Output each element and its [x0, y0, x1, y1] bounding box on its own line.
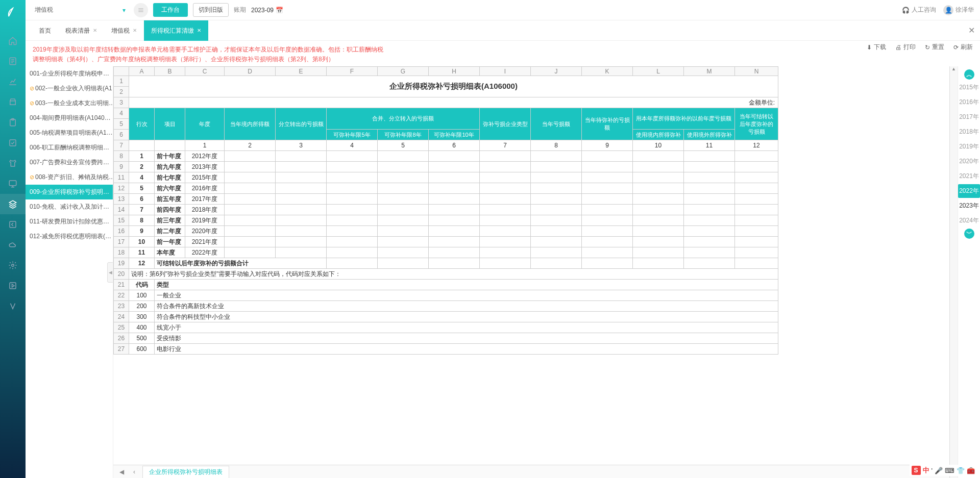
year-2021年[interactable]: 2021年: [959, 169, 979, 183]
period-picker[interactable]: 2023-09 📅: [251, 7, 283, 14]
nav-wallet-icon[interactable]: [0, 92, 26, 112]
tree-item-0[interactable]: 001-企业所得税年度纳税申…: [26, 66, 113, 81]
tree-item-label: 010-免税、减计收入及加计…: [30, 203, 109, 211]
close-icon[interactable]: ✕: [133, 20, 137, 41]
year-up-button[interactable]: ︽: [964, 69, 974, 80]
tree-item-label: 008-资产折旧、摊销及纳税…: [35, 173, 113, 182]
tree-item-label: 011-研发费用加计扣除优惠…: [30, 217, 109, 226]
year-2015年[interactable]: 2015年: [959, 81, 979, 94]
year-2023年[interactable]: 2023年: [959, 199, 979, 213]
nav-stack-icon[interactable]: [0, 194, 26, 214]
tree-item-label: 007-广告费和业务宣传费跨…: [30, 158, 109, 167]
sheet-tab[interactable]: 企业所得税弥补亏损明细表: [142, 466, 229, 478]
ime-keyboard-icon[interactable]: ⌨: [945, 467, 954, 474]
print-icon: 🖨: [895, 44, 901, 51]
year-2018年[interactable]: 2018年: [959, 125, 979, 139]
tree-item-3[interactable]: 004-期间费用明细表(A1040…: [26, 111, 113, 125]
horizontal-scrollbar[interactable]: [634, 469, 945, 476]
warn-icon: ⊘: [30, 100, 34, 107]
nav-chart-icon[interactable]: [0, 71, 26, 92]
tree-item-4[interactable]: 005-纳税调整项目明细表(A1…: [26, 125, 113, 140]
tree-item-6[interactable]: 007-广告费和业务宣传费跨…: [26, 155, 113, 170]
ime-mic-icon[interactable]: 🎤: [935, 467, 943, 474]
ime-bar: S 中 ' 🎤 ⌨ 👕 🧰: [910, 465, 977, 476]
year-2022年[interactable]: 2022年: [958, 184, 980, 198]
sheet-footer: ◀ ‹ 企业所得税弥补亏损明细表: [113, 465, 949, 478]
close-all-tabs-button[interactable]: ✕: [968, 26, 975, 35]
tree-item-label: 002-一般企业收入明细表(A1…: [35, 84, 113, 93]
sheet-nav-prev[interactable]: ‹: [131, 468, 137, 475]
tab-0[interactable]: 首页: [32, 20, 58, 41]
download-button[interactable]: ⬇下载: [867, 43, 886, 52]
sidebar-nav: [0, 0, 26, 478]
year-2024年[interactable]: 2024年: [959, 214, 979, 228]
svg-rect-5: [10, 221, 16, 228]
year-2019年[interactable]: 2019年: [959, 140, 979, 154]
year-2020年[interactable]: 2020年: [959, 155, 979, 168]
tree-item-5[interactable]: 006-职工薪酬纳税调整明细…: [26, 140, 113, 155]
refresh-button[interactable]: ⟳刷新: [953, 43, 973, 52]
nav-play-icon[interactable]: [0, 275, 26, 296]
tree-item-8[interactable]: 009-企业所得税弥补亏损明…: [26, 185, 113, 199]
vertical-scroll-strip: ▲ ▶: [949, 66, 958, 478]
tree-item-10[interactable]: 011-研发费用加计扣除优惠…: [26, 214, 113, 229]
svg-point-6: [12, 264, 14, 267]
year-down-button[interactable]: ︾: [964, 229, 974, 239]
close-icon[interactable]: ✕: [197, 20, 201, 41]
ime-toolbox-icon[interactable]: 🧰: [967, 467, 975, 474]
tab-3[interactable]: 所得税汇算清缴✕: [144, 20, 208, 41]
nav-v-icon[interactable]: [0, 296, 26, 316]
ime-lang[interactable]: 中: [923, 466, 929, 475]
tab-2[interactable]: 增值税✕: [104, 20, 144, 41]
nav-cloud-icon[interactable]: [0, 235, 26, 255]
tree-item-label: 004-期间费用明细表(A1040…: [30, 114, 111, 122]
nav-back-icon[interactable]: [0, 214, 26, 235]
svg-rect-4: [9, 181, 16, 186]
tree-item-11[interactable]: 012-减免所得税优惠明细表(…: [26, 229, 113, 244]
tree-item-1[interactable]: ⊘002-一般企业收入明细表(A1…: [26, 81, 113, 96]
ime-s-icon[interactable]: S: [912, 466, 921, 475]
user-menu[interactable]: 👤 徐泽华: [943, 5, 974, 15]
spreadsheet: ABCDEFGHIJKLMN1企业所得税弥补亏损明细表(A106000)23金额…: [113, 66, 949, 478]
nav-tshirt-icon[interactable]: [0, 153, 26, 173]
year-2017年[interactable]: 2017年: [959, 110, 979, 124]
close-icon[interactable]: ✕: [93, 20, 97, 41]
nav-home-icon[interactable]: [0, 31, 26, 51]
tab-label: 税表清册: [65, 20, 90, 41]
tree-item-7[interactable]: ⊘008-资产折旧、摊销及纳税…: [26, 170, 113, 185]
year-2016年[interactable]: 2016年: [959, 95, 979, 109]
print-button[interactable]: 🖨打印: [895, 43, 916, 52]
hamburger-button[interactable]: [134, 3, 148, 17]
app-logo: [5, 4, 21, 20]
ime-skin-icon[interactable]: 👕: [957, 467, 965, 474]
tree-item-9[interactable]: 010-免税、减计收入及加计…: [26, 199, 113, 214]
tree-collapse-handle[interactable]: ◀: [107, 262, 113, 283]
workspace-button[interactable]: 工作台: [153, 3, 188, 17]
warn-icon: ⊘: [30, 85, 34, 92]
scroll-up-icon[interactable]: ▲: [950, 66, 958, 73]
tree-item-label: 001-企业所得税年度纳税申…: [30, 69, 109, 78]
nav-file-icon[interactable]: [0, 51, 26, 71]
nav-check-icon[interactable]: [0, 133, 26, 153]
calendar-icon: 📅: [276, 7, 283, 14]
avatar-icon: 👤: [943, 5, 953, 15]
form-tree: 001-企业所得税年度纳税申…⊘002-一般企业收入明细表(A1…⊘003-一般…: [26, 66, 113, 478]
switch-old-button[interactable]: 切到旧版: [193, 3, 229, 17]
warning-text: 2019年度涉及取以前年度结转数据的申报表单元格需要手工维护正确，才能保证本年及…: [26, 41, 393, 66]
period-value: 2023-09: [251, 7, 274, 14]
sheet-nav-first[interactable]: ◀: [117, 468, 126, 475]
consult-link[interactable]: 🎧 人工咨询: [902, 6, 936, 14]
tree-item-2[interactable]: ⊘003-一般企业成本支出明细…: [26, 96, 113, 111]
ime-punct-icon[interactable]: ': [932, 467, 933, 474]
tab-1[interactable]: 税表清册✕: [58, 20, 104, 41]
reset-button[interactable]: ↻重置: [925, 43, 944, 52]
tabbar: 首页税表清册✕增值税✕所得税汇算清缴✕✕: [26, 20, 980, 41]
nav-clipboard-icon[interactable]: [0, 112, 26, 133]
nav-gear-icon[interactable]: [0, 255, 26, 275]
warn-icon: ⊘: [30, 174, 34, 181]
sheet-table[interactable]: ABCDEFGHIJKLMN1企业所得税弥补亏损明细表(A106000)23金额…: [113, 66, 778, 355]
tax-type-dropdown[interactable]: 增值税 ▾: [32, 4, 129, 16]
reset-icon: ↻: [925, 44, 930, 51]
period-label: 账期: [234, 6, 246, 14]
nav-monitor-icon[interactable]: [0, 173, 26, 194]
